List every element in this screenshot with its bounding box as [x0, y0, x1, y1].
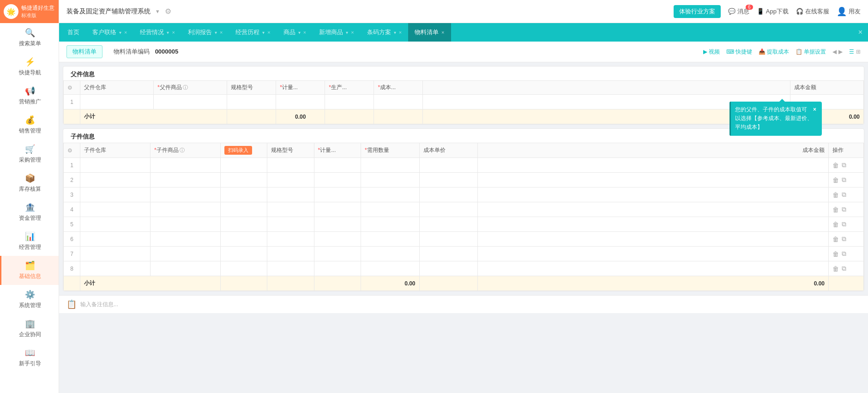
sidebar-item-inventory[interactable]: 📦 库存核算 [0, 169, 59, 198]
action-shortcut[interactable]: ⌨ 快捷键 [726, 48, 752, 56]
sidebar-item-guide[interactable]: 📖 新手引导 [0, 343, 59, 372]
marketing-icon: 📢 [25, 86, 35, 96]
delete-icon-4[interactable]: 🗑 [832, 206, 839, 213]
child-row-2-product[interactable] [150, 173, 220, 187]
tab-bom-close[interactable]: × [441, 30, 444, 35]
tab-operation-close[interactable]: × [172, 30, 175, 35]
child-row-1-unit[interactable] [314, 158, 361, 173]
tab-profit[interactable]: 利润报告 ▾ × [181, 23, 229, 42]
grid-view-icon[interactable]: ⊞ [856, 48, 861, 55]
sidebar-item-operation[interactable]: 📊 经营管理 [0, 227, 59, 256]
sidebar-item-purchase[interactable]: 🛒 采购管理 [0, 139, 59, 169]
child-table: ⚙ 子件仓库 *子件商品ⓘ 扫码录入 规格型号 *计量... *需用数量 成本单… [63, 143, 864, 291]
tab-newproduct-close[interactable]: × [351, 30, 354, 35]
page-tab-bom[interactable]: 物料清单 [66, 45, 102, 58]
message-action[interactable]: 💬 消息 6 [728, 7, 749, 16]
list-view-icon[interactable]: ☰ [849, 48, 854, 55]
copy-icon-2[interactable]: ⧉ [842, 176, 846, 184]
settings-icon[interactable]: ⚙ [165, 7, 171, 16]
child-row-1-unitcost[interactable] [419, 158, 478, 173]
main-area: 装备及固定资产辅助管理系统 ▾ ⚙ 体验行业方案 💬 消息 6 📱 App下载 … [59, 0, 868, 393]
child-row-1-warehouse[interactable] [80, 158, 151, 173]
parent-row-1-unit[interactable] [276, 95, 325, 109]
tab-barcode-arrow: ▾ [394, 30, 396, 35]
tab-customer-arrow: ▾ [119, 30, 121, 35]
child-row-1-qty[interactable] [361, 158, 419, 173]
parent-row-1-spec[interactable] [227, 95, 276, 109]
sidebar-item-finance[interactable]: 🏦 资金管理 [0, 198, 59, 227]
copy-icon-8[interactable]: ⧉ [842, 265, 846, 272]
tab-home[interactable]: 首页 [61, 23, 86, 42]
action-view[interactable]: ▶ 视频 [703, 48, 720, 56]
delete-icon-6[interactable]: 🗑 [832, 236, 839, 243]
child-row-1-action-btns: 🗑 ⧉ [832, 161, 860, 169]
tab-new-product[interactable]: 新增商品 ▾ × [313, 23, 360, 42]
copy-icon-5[interactable]: ⧉ [842, 220, 846, 228]
copy-icon-4[interactable]: ⧉ [842, 206, 846, 213]
nav-prev-icon[interactable]: ◀ [832, 48, 837, 55]
delete-icon-7[interactable]: 🗑 [832, 250, 839, 258]
copy-icon-1[interactable]: ⧉ [842, 161, 846, 169]
child-gear-icon[interactable]: ⚙ [67, 147, 72, 154]
child-row-5: 5 🗑 ⧉ [64, 217, 864, 232]
nav-next-icon[interactable]: ▶ [838, 48, 843, 55]
tab-barcode-close[interactable]: × [399, 30, 402, 35]
parent-row-1-production[interactable] [325, 95, 374, 109]
parent-subtotal-spec [227, 109, 276, 124]
scan-input-btn[interactable]: 扫码录入 [224, 146, 252, 155]
delete-icon-5[interactable]: 🗑 [832, 221, 839, 228]
tab-product-close[interactable]: × [303, 30, 306, 35]
parent-subtotal-label [64, 109, 80, 124]
tab-customer[interactable]: 客户联络 ▾ × [86, 23, 133, 42]
delete-icon-1[interactable]: 🗑 [832, 162, 839, 169]
sidebar-item-basic[interactable]: 🗂️ 基础信息 [0, 256, 59, 285]
video-icon: ▶ [703, 48, 707, 55]
tab-customer-close[interactable]: × [124, 30, 127, 35]
parent-row-1-cost[interactable] [374, 95, 423, 109]
tab-bom[interactable]: 物料清单 × [408, 23, 451, 42]
action-extract-cost[interactable]: 📥 提取成本 [759, 48, 789, 56]
user-action[interactable]: 👤 用友 [837, 6, 861, 17]
parent-gear-icon[interactable]: ⚙ [67, 85, 72, 91]
sidebar-item-system[interactable]: ⚙️ 系统管理 [0, 285, 59, 314]
dropdown-arrow-icon[interactable]: ▾ [156, 8, 159, 15]
tab-barcode[interactable]: 条码方案 ▾ × [361, 23, 408, 42]
tab-history-close[interactable]: × [267, 30, 270, 35]
child-row-4: 4 🗑 ⧉ [64, 202, 864, 217]
sidebar: 🌟 畅捷通好生意 标准版 🔍 搜索菜单 ⚡ 快捷导航 📢 营销推广 💰 销售管理… [0, 0, 59, 393]
sidebar-item-enterprise[interactable]: 🏢 企业协同 [0, 314, 59, 343]
child-subtotal-qty: 0.00 [361, 276, 419, 291]
child-col-product: *子件商品ⓘ [150, 143, 220, 158]
copy-icon-3[interactable]: ⧉ [842, 191, 846, 199]
tab-profit-close[interactable]: × [220, 30, 223, 35]
copy-icon-6[interactable]: ⧉ [842, 235, 846, 243]
child-row-2-warehouse[interactable] [80, 173, 151, 187]
sidebar-item-search[interactable]: 🔍 搜索菜单 [0, 23, 59, 52]
parent-col-amount: 成本金额 [790, 81, 863, 95]
delete-icon-2[interactable]: 🗑 [832, 176, 839, 184]
tabs-close-all[interactable]: × [855, 28, 866, 36]
page-code: 0000005 [155, 48, 179, 55]
child-row-2: 2 🗑 [64, 173, 864, 187]
copy-icon-7[interactable]: ⧉ [842, 250, 846, 258]
delete-icon-8[interactable]: 🗑 [832, 265, 839, 272]
sidebar-item-marketing[interactable]: 📢 营销推广 [0, 81, 59, 110]
tooltip-close-btn[interactable]: × [813, 105, 816, 114]
tab-operation[interactable]: 经营情况 ▾ × [133, 23, 181, 42]
parent-row-1-product[interactable] [154, 95, 227, 109]
parent-row-1-warehouse[interactable] [80, 95, 154, 109]
child-row-2-action-btns: 🗑 ⧉ [832, 176, 860, 184]
online-service-action[interactable]: 🎧 在线客服 [796, 7, 829, 16]
child-row-1-product[interactable] [150, 158, 220, 173]
tab-product[interactable]: 商品 ▾ × [277, 23, 313, 42]
trial-button[interactable]: 体验行业方案 [674, 5, 721, 18]
sidebar-item-sales[interactable]: 💰 销售管理 [0, 110, 59, 139]
action-single-setting[interactable]: 📋 单据设置 [796, 48, 826, 56]
delete-icon-3[interactable]: 🗑 [832, 191, 839, 199]
sales-icon: 💰 [25, 115, 35, 125]
app-download-action[interactable]: 📱 App下载 [757, 7, 789, 16]
child-row-3: 3 🗑 ⧉ [64, 187, 864, 202]
child-row-1-spec[interactable] [267, 158, 314, 173]
sidebar-item-quicknav[interactable]: ⚡ 快捷导航 [0, 52, 59, 81]
tab-history[interactable]: 经营历程 ▾ × [229, 23, 277, 42]
